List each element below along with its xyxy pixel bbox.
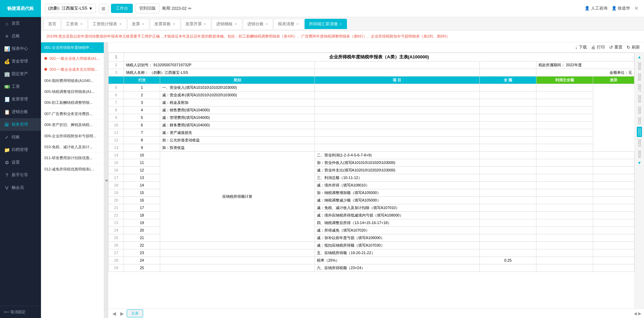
sidebar-item-archive[interactable]: 📁 归档管理 <box>0 143 41 156</box>
diff-cell[interactable] <box>536 129 593 136</box>
form-list-item-012[interactable]: 012-减免所得税优惠明细表(... <box>41 164 104 175</box>
tab-close-icon[interactable]: × <box>141 22 145 26</box>
item-cell[interactable]: 减：管理费用(填写A104000) <box>160 114 314 121</box>
amount-cell[interactable] <box>314 121 479 129</box>
sidebar-item-guide[interactable]: ? 新手引导 <box>0 169 41 181</box>
item-cell[interactable]: 加：公允价值变动收益 <box>160 136 314 144</box>
amount-cell[interactable] <box>314 91 479 99</box>
profit-cell[interactable] <box>536 166 593 174</box>
amount-cell[interactable] <box>480 249 536 257</box>
diff-cell[interactable] <box>536 114 593 121</box>
tab-close-icon[interactable]: × <box>118 22 122 26</box>
form-list-item-009[interactable]: 009-企业所得税附加补亏损明... <box>41 131 104 142</box>
profit-cell[interactable] <box>536 257 593 264</box>
sheet-nav-right[interactable]: ▶ <box>119 311 125 316</box>
profit-cell[interactable] <box>480 144 536 151</box>
download-button[interactable]: ↓ 下载 <box>575 44 587 50</box>
item-cell[interactable]: 减：财务费用(填写A104000) <box>160 121 314 129</box>
amount-cell[interactable] <box>314 136 479 144</box>
item-cell[interactable]: 加：纳税调整增加额（填写A105000） <box>314 189 479 196</box>
profit-cell[interactable] <box>480 91 536 99</box>
profit-cell[interactable] <box>536 249 593 257</box>
tab-jx-audit[interactable]: 进销稽核 × <box>212 19 242 29</box>
sidebar-item-purchase[interactable]: 📋 进销台账 <box>0 106 41 118</box>
diff-cell[interactable] <box>593 219 634 226</box>
print-button[interactable]: 🖨 打印 <box>591 44 605 50</box>
profit-cell[interactable] <box>480 99 536 106</box>
year-2016[interactable]: 2016 <box>637 72 642 82</box>
item-cell[interactable]: 六、应纳所得税额（23×24） <box>314 264 479 272</box>
amount-cell[interactable] <box>480 219 536 226</box>
amount-cell[interactable] <box>314 84 479 91</box>
item-cell[interactable]: 减：境外应纳税所得抵减境内亏损（填写A108000） <box>314 211 479 219</box>
amount-cell[interactable] <box>314 129 479 136</box>
amount-cell[interactable] <box>480 166 536 174</box>
reset-button[interactable]: ↺ 重置 <box>609 44 622 50</box>
amount-cell[interactable]: 0.25 <box>480 257 536 264</box>
diff-cell[interactable] <box>593 196 634 204</box>
amount-cell[interactable] <box>480 204 536 211</box>
profit-cell[interactable] <box>536 264 593 272</box>
amount-cell[interactable] <box>480 181 536 189</box>
tab-fapiao-calc[interactable]: 发票算账 × <box>150 19 180 29</box>
year-up-arrow[interactable]: ▲ <box>637 54 642 60</box>
sidebar-item-fixed[interactable]: 🏢 固定资产 <box>0 68 41 80</box>
profit-cell[interactable] <box>480 114 536 121</box>
item-cell[interactable]: 减：销售费用(填写A104000) <box>160 106 314 114</box>
tab-payroll[interactable]: 工资表 × <box>61 19 87 29</box>
diff-cell[interactable] <box>593 204 634 211</box>
profit-cell[interactable] <box>536 241 593 249</box>
profit-cell[interactable] <box>536 234 593 241</box>
diff-cell[interactable] <box>593 159 634 166</box>
profit-cell[interactable] <box>536 189 593 196</box>
service-button[interactable]: 👤 人工咨询 <box>585 5 607 11</box>
diff-cell[interactable] <box>536 144 593 151</box>
profit-cell[interactable] <box>536 159 593 166</box>
profit-cell[interactable] <box>536 174 593 181</box>
form-list-item-010[interactable]: 010-免税、减计收入及加计... <box>41 142 104 153</box>
profit-cell[interactable] <box>536 151 593 159</box>
sheet-nav-left[interactable]: ◀ <box>111 311 117 316</box>
form-list-item-001[interactable]: 001-企业所得税年度纳税申... <box>41 42 104 53</box>
item-cell[interactable]: 减：纳税调整减少额（填写A105000） <box>314 196 479 204</box>
spreadsheet-scroll[interactable]: 1 企业所得税年度纳税申报表（A类）主表(A100000) 2 纳税人识别号： … <box>108 53 634 309</box>
workstation-button[interactable]: 工作台 <box>111 4 133 13</box>
form-list-item-006[interactable]: 006-职工薪酬纳税调整明细... <box>41 97 104 108</box>
year-2019[interactable]: 2019 <box>637 61 642 71</box>
item-cell[interactable]: 减：免税、减计收入及加计扣除（填写A107010） <box>314 204 479 211</box>
tab-close-icon[interactable]: × <box>203 22 207 26</box>
form-list-item-003[interactable]: 003-一般企业成本支出明细... <box>41 64 104 75</box>
amount-cell[interactable] <box>314 99 479 106</box>
amount-cell[interactable] <box>314 114 479 121</box>
company-selector[interactable]: (勿删）江西服宝-LSS ▼ <box>45 4 96 13</box>
amount-cell[interactable] <box>480 211 536 219</box>
refresh-button[interactable]: ↻ 刷新 <box>627 44 640 50</box>
window-close-button[interactable]: ✕ <box>633 5 640 12</box>
item-cell[interactable]: 减：营业成本(填写A102010\102020\103000) <box>160 91 314 99</box>
profit-cell[interactable] <box>536 219 593 226</box>
year-2021[interactable]: 2021 <box>637 116 642 126</box>
tab-close-icon[interactable]: × <box>234 22 237 26</box>
sidebar-item-reports[interactable]: 📊 报表中心 <box>0 42 41 55</box>
amount-cell[interactable] <box>314 144 479 151</box>
form-list-item-002[interactable]: 002-一般企业收入明细表(A1... <box>41 53 104 64</box>
diff-cell[interactable] <box>593 249 634 257</box>
sidebar-item-payroll[interactable]: 💵 工资 <box>0 80 41 93</box>
item-cell[interactable]: 一、营业收入(填写A101010\101020\103000) <box>160 84 314 91</box>
amount-cell[interactable] <box>480 264 536 272</box>
amount-cell[interactable] <box>480 226 536 234</box>
sidebar-item-vip[interactable]: V 畅会员 <box>0 181 41 194</box>
year-2017[interactable]: 2017 <box>637 83 642 93</box>
year-2020[interactable]: 2020 <box>637 105 642 115</box>
item-cell[interactable]: 加：营业外收入(填写A101010\101020\103000) <box>314 159 479 166</box>
tab-payroll-stats[interactable]: 工资统计报表 × <box>88 19 126 29</box>
tab-close-icon[interactable]: × <box>265 22 268 26</box>
diff-cell[interactable] <box>593 226 634 234</box>
profit-cell[interactable] <box>536 204 593 211</box>
tab-close-icon[interactable]: × <box>172 22 176 26</box>
profit-cell[interactable] <box>480 136 536 144</box>
diff-cell[interactable] <box>593 211 634 219</box>
profit-cell[interactable] <box>480 121 536 129</box>
diff-cell[interactable] <box>593 181 634 189</box>
tab-close-icon[interactable]: × <box>296 22 299 26</box>
